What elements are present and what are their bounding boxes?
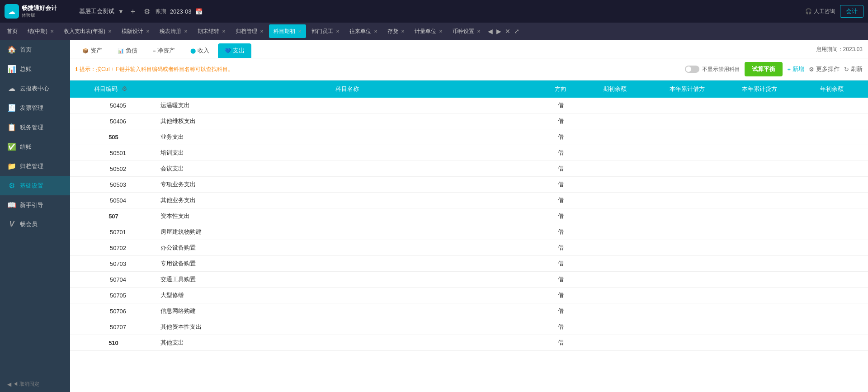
tab-tax[interactable]: 税表清册 ✕ bbox=[155, 24, 192, 38]
tab-period-end[interactable]: 期末结转 ✕ bbox=[193, 24, 230, 38]
company-dropdown[interactable]: ▼ bbox=[118, 8, 124, 15]
sidebar-item-settings[interactable]: ⚙ 基础设置 bbox=[0, 176, 70, 195]
sidebar-label-home: 首页 bbox=[20, 46, 32, 54]
company-name: 基层工会测试 bbox=[79, 7, 114, 15]
table-row[interactable]: 50405 运温暖支出 借 bbox=[70, 98, 868, 113]
customer-service-btn[interactable]: 🎧 人工咨询 bbox=[805, 8, 835, 15]
cell-ytd-credit-2 bbox=[723, 129, 796, 145]
sub-tab-equity[interactable]: ≡ 净资产 bbox=[146, 43, 182, 58]
cell-ytd-credit-4 bbox=[723, 161, 796, 177]
add-tab-btn[interactable]: ＋ bbox=[127, 5, 138, 18]
balance-button[interactable]: 试算平衡 bbox=[745, 62, 783, 76]
table-row[interactable]: 50503 专项业务支出 借 bbox=[70, 177, 868, 193]
tab-tax-close[interactable]: ✕ bbox=[184, 29, 188, 34]
tab-currency-close[interactable]: ✕ bbox=[477, 29, 481, 34]
table-row[interactable]: 50706 信息网络购建 借 bbox=[70, 303, 868, 319]
add-button[interactable]: + 新增 bbox=[787, 65, 804, 73]
table-row[interactable]: 50704 交通工具购置 借 bbox=[70, 272, 868, 288]
sidebar-item-invoice[interactable]: 🧾 发票管理 bbox=[0, 98, 70, 118]
code-settings-icon[interactable]: ⚙ bbox=[122, 85, 127, 92]
cell-name-13: 信息网络购建 bbox=[151, 303, 542, 319]
disable-toggle[interactable] bbox=[685, 66, 699, 73]
refresh-label: 刷新 bbox=[851, 65, 863, 73]
sub-tab-income[interactable]: ⬤ 收入 bbox=[184, 43, 216, 58]
cell-ytd-debit-2 bbox=[651, 129, 723, 145]
table-row[interactable]: 50502 会议支出 借 bbox=[70, 161, 868, 177]
sidebar-item-close[interactable]: ✅ 结账 bbox=[0, 137, 70, 156]
tab-period-end-close[interactable]: ✕ bbox=[222, 29, 226, 34]
cell-year-opening-15 bbox=[796, 335, 868, 351]
cell-code-3: 50501 bbox=[70, 145, 151, 161]
tab-mid-period[interactable]: 结(中期) ✕ bbox=[23, 24, 58, 38]
tab-dept[interactable]: 部门员工 ✕ bbox=[307, 24, 344, 38]
tab-unit-close[interactable]: ✕ bbox=[439, 29, 443, 34]
tab-customer[interactable]: 往来单位 ✕ bbox=[345, 24, 382, 38]
cell-dir-5: 借 bbox=[542, 177, 579, 193]
cell-year-opening-6 bbox=[796, 193, 868, 208]
sidebar-item-home[interactable]: 🏠 首页 bbox=[0, 40, 70, 59]
sub-tab-liability[interactable]: 📊 负债 bbox=[111, 43, 144, 58]
sidebar-collapse-btn[interactable]: ◀ ◀ 取消固定 bbox=[0, 376, 70, 392]
sidebar-item-guide[interactable]: 📖 新手引导 bbox=[0, 195, 70, 215]
table-row[interactable]: 505 业务支出 借 bbox=[70, 129, 868, 145]
cell-code-2: 505 bbox=[70, 129, 151, 145]
sidebar-menu: 🏠 首页 📊 总账 ☁ 云报表中心 🧾 发票管理 📋 税务管理 ✅ 结账 bbox=[0, 40, 70, 376]
sidebar-item-ledger[interactable]: 📊 总账 bbox=[0, 59, 70, 79]
sidebar-item-archive[interactable]: 📁 归档管理 bbox=[0, 156, 70, 176]
tab-archive[interactable]: 归档管理 ✕ bbox=[231, 24, 268, 38]
sidebar-item-vip[interactable]: V 畅会员 bbox=[0, 215, 70, 234]
refresh-icon: ↻ bbox=[844, 66, 849, 73]
tab-annual-close[interactable]: ✕ bbox=[108, 29, 112, 34]
sub-tab-expense[interactable]: 💙 支出 bbox=[218, 43, 251, 58]
cell-dir-15: 借 bbox=[542, 335, 579, 351]
refresh-button[interactable]: ↻ 刷新 bbox=[844, 65, 863, 73]
tab-close-all-btn[interactable]: ✕ bbox=[503, 26, 512, 37]
calendar-icon[interactable]: 📅 bbox=[195, 8, 203, 15]
tab-archive-close[interactable]: ✕ bbox=[260, 29, 264, 34]
settings-icon[interactable]: ⚙ bbox=[142, 5, 152, 18]
tab-annual[interactable]: 收入支出表(年报) ✕ bbox=[59, 24, 116, 38]
tab-template[interactable]: 模版设计 ✕ bbox=[117, 24, 154, 38]
tab-subject[interactable]: 科目期初 ✕ bbox=[269, 24, 306, 38]
tab-customer-close[interactable]: ✕ bbox=[374, 29, 377, 34]
tab-currency-label: 币种设置 bbox=[453, 28, 474, 35]
table-header-row: 科目编码 ⚙ 科目名称 方向 期初余额 本年累计借方 本年累计贷方 年初余额 bbox=[70, 80, 868, 98]
more-button[interactable]: ⚙ 更多操作 bbox=[809, 65, 840, 73]
guide-icon: 📖 bbox=[7, 201, 16, 209]
cell-ytd-credit-0 bbox=[723, 98, 796, 113]
tab-template-close[interactable]: ✕ bbox=[146, 29, 150, 34]
tab-subject-close[interactable]: ✕ bbox=[298, 29, 302, 34]
table-row[interactable]: 50703 专用设备购置 借 bbox=[70, 256, 868, 272]
tab-expand-btn[interactable]: ⤢ bbox=[512, 26, 521, 37]
cell-ytd-debit-5 bbox=[651, 177, 723, 193]
table-row[interactable]: 50501 培训支出 借 bbox=[70, 145, 868, 161]
table-row[interactable]: 50504 其他业务支出 借 bbox=[70, 193, 868, 208]
cell-ytd-debit-12 bbox=[651, 288, 723, 303]
table-row[interactable]: 50705 大型修缮 借 bbox=[70, 288, 868, 303]
logo-text: 畅捷通好会计 体验版 bbox=[22, 4, 57, 19]
tab-inventory[interactable]: 存货 ✕ bbox=[383, 24, 409, 38]
table-row[interactable]: 50707 其他资本性支出 借 bbox=[70, 319, 868, 335]
sidebar-item-cloud[interactable]: ☁ 云报表中心 bbox=[0, 79, 70, 98]
cell-ytd-credit-9 bbox=[723, 240, 796, 256]
tab-mid-period-close[interactable]: ✕ bbox=[50, 29, 54, 34]
tab-prev-btn[interactable]: ◀ bbox=[486, 26, 495, 37]
table-row[interactable]: 510 其他支出 借 bbox=[70, 335, 868, 351]
tab-inventory-close[interactable]: ✕ bbox=[401, 29, 405, 34]
tab-dept-close[interactable]: ✕ bbox=[336, 29, 340, 34]
tab-next-btn[interactable]: ▶ bbox=[495, 26, 503, 37]
tab-home[interactable]: 首页 bbox=[2, 24, 22, 38]
tab-unit[interactable]: 计量单位 ✕ bbox=[410, 24, 447, 38]
tab-unit-label: 计量单位 bbox=[415, 28, 436, 35]
sidebar-item-tax[interactable]: 📋 税务管理 bbox=[0, 118, 70, 137]
account-button[interactable]: 会计 bbox=[840, 5, 863, 18]
cell-opening-0 bbox=[579, 98, 651, 113]
table-row[interactable]: 507 资本性支出 借 bbox=[70, 208, 868, 224]
tab-currency[interactable]: 币种设置 ✕ bbox=[448, 24, 485, 38]
sub-tab-asset[interactable]: 📦 资产 bbox=[75, 43, 109, 58]
table-row[interactable]: 50701 房屋建筑物购建 借 bbox=[70, 224, 868, 240]
table-row[interactable]: 50702 办公设备购置 借 bbox=[70, 240, 868, 256]
cell-dir-6: 借 bbox=[542, 193, 579, 208]
cell-code-8: 50701 bbox=[70, 224, 151, 240]
table-row[interactable]: 50406 其他维权支出 借 bbox=[70, 113, 868, 129]
